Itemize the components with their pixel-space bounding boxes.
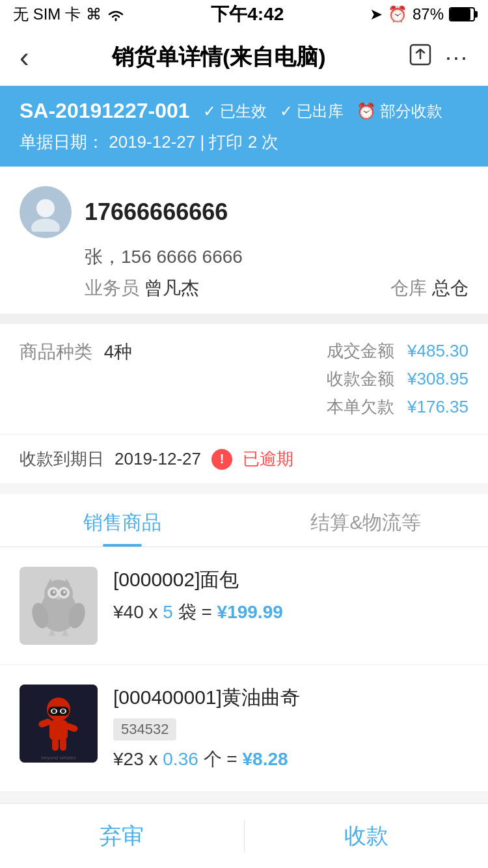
alarm-icon: ⏰: [388, 5, 407, 23]
nav-bar: ‹ 销货单详情(来自电脑) ···: [0, 29, 488, 86]
product-total-2: ¥8.28: [242, 749, 288, 769]
nav-left: ‹: [20, 41, 29, 74]
warehouse-label: 仓库: [390, 276, 427, 301]
bottom-bar: 弃审 收款: [0, 803, 488, 868]
received-value: ¥308.95: [407, 369, 468, 389]
product-info-1: [0000002]面包 ¥40 x 5 袋 = ¥199.99: [113, 567, 468, 625]
date-label: 单据日期：: [20, 132, 104, 152]
product-thumbnail-2: beyond whales: [20, 685, 98, 763]
svg-text:beyond whales: beyond whales: [41, 755, 75, 761]
product-qty-1: 5: [163, 602, 173, 622]
deal-amount-row: 成交金额 ¥485.30: [327, 340, 468, 362]
svg-point-10: [63, 591, 66, 593]
kind-value: 4种: [104, 342, 133, 362]
deal-amount-label: 成交金额: [327, 340, 394, 362]
products-section: 兽+ [0000002]面包 ¥40 x 5 袋 = ¥199.99: [0, 547, 488, 792]
page-title: 销货单详情(来自电脑): [112, 42, 326, 72]
product-price-1: ¥40 x 5 袋 = ¥199.99: [113, 600, 468, 625]
owed-row: 本单欠款 ¥176.35: [327, 396, 468, 418]
status-partial: ⏰ 部分收款: [357, 101, 442, 122]
list-item: beyond whales [000400001]黄油曲奇 534532 ¥23…: [0, 665, 488, 792]
deal-amount-value: ¥485.30: [407, 341, 468, 361]
more-icon[interactable]: ···: [445, 44, 468, 71]
check-icon-shipped: ✓: [280, 102, 293, 120]
svg-point-9: [53, 591, 55, 593]
product-info-2: [000400001]黄油曲奇 534532 ¥23 x 0.36 个 = ¥8…: [113, 685, 468, 772]
avatar: [20, 186, 72, 238]
location-icon: ➤: [370, 5, 383, 23]
kind-label: 商品种类: [20, 342, 92, 362]
svg-point-22: [52, 709, 56, 713]
product-price-2: ¥23 x 0.36 个 = ¥8.28: [113, 747, 468, 772]
clock-icon: ⏰: [357, 102, 376, 120]
svg-rect-24: [49, 720, 68, 740]
due-date: 2019-12-27: [115, 449, 201, 469]
sim-status: 无 SIM 卡: [13, 4, 81, 25]
status-shipped: ✓ 已出库: [280, 101, 344, 122]
product-name-1: [0000002]面包: [113, 567, 468, 593]
status-bar-right: ➤ ⏰ 87%: [370, 5, 475, 23]
svg-point-2: [31, 219, 60, 232]
summary-section: 商品种类 4种 成交金额 ¥485.30 收款金额 ¥308.95 本单欠款 ¥…: [0, 324, 488, 434]
status-bar-time: 下午4:42: [211, 2, 284, 27]
warehouse-name: 总仓: [432, 276, 468, 301]
status-bar-left: 无 SIM 卡 ⌘: [13, 4, 126, 25]
received-row: 收款金额 ¥308.95: [327, 368, 468, 390]
product-unit-1: 袋: [178, 602, 197, 622]
order-date: 2019-12-27: [109, 132, 195, 152]
received-label: 收款金额: [327, 368, 394, 390]
status-active: ✓ 已生效: [203, 101, 267, 122]
customer-section: 17666666666 张，156 6666 6666 业务员 曾凡杰 仓库 总…: [0, 167, 488, 314]
list-item: 兽+ [0000002]面包 ¥40 x 5 袋 = ¥199.99: [0, 547, 488, 665]
battery-icon: [449, 7, 475, 21]
summary-right: 成交金额 ¥485.30 收款金额 ¥308.95 本单欠款 ¥176.35: [327, 340, 468, 418]
product-qty-2: 0.36: [163, 749, 198, 769]
kind-row: 商品种类 4种: [20, 340, 132, 364]
summary-left: 商品种类 4种: [20, 340, 132, 368]
abandon-button[interactable]: 弃审: [0, 808, 244, 864]
price-base-2: ¥23: [113, 749, 144, 769]
divider-1: [0, 314, 488, 324]
status-bar: 无 SIM 卡 ⌘ 下午4:42 ➤ ⏰ 87%: [0, 0, 488, 29]
overdue-icon: !: [211, 449, 232, 470]
owed-label: 本单欠款: [327, 396, 394, 418]
price-base-1: ¥40: [113, 602, 144, 622]
print-info: | 打印 2 次: [200, 132, 278, 152]
back-button[interactable]: ‹: [20, 41, 29, 74]
due-section: 收款到期日 2019-12-27 ! 已逾期: [0, 434, 488, 483]
tab-settlement[interactable]: 结算&物流等: [244, 494, 488, 547]
wifi-icon: ⌘: [86, 5, 126, 23]
product-sku-2: 534532: [113, 718, 176, 740]
nav-right: ···: [409, 43, 468, 72]
customer-phone: 17666666666: [85, 198, 228, 226]
customer-meta: 业务员 曾凡杰 仓库 总仓: [85, 276, 468, 301]
overdue-text: 已逾期: [243, 448, 293, 470]
product-unit-2: 个: [204, 749, 222, 769]
tabs-container: 销售商品 结算&物流等: [0, 494, 488, 547]
tab-sales-products[interactable]: 销售商品: [0, 494, 244, 547]
svg-point-23: [61, 709, 65, 713]
product-total-1: ¥199.99: [217, 602, 283, 622]
battery-level: 87%: [413, 5, 444, 23]
check-icon-active: ✓: [203, 102, 216, 120]
sales-label: 业务员: [85, 276, 139, 301]
svg-rect-28: [60, 738, 66, 751]
header-date-row: 单据日期： 2019-12-27 | 打印 2 次: [20, 131, 468, 154]
due-label: 收款到期日: [20, 448, 104, 470]
collect-payment-button[interactable]: 收款: [245, 808, 489, 864]
svg-rect-27: [52, 738, 59, 751]
product-thumbnail-1: 兽+: [20, 567, 98, 645]
product-name-2: [000400001]黄油曲奇: [113, 685, 468, 711]
share-icon[interactable]: [409, 43, 432, 72]
owed-value: ¥176.35: [407, 397, 468, 417]
customer-name: 张，156 6666 6666: [85, 245, 468, 269]
sales-name: 曾凡杰: [144, 276, 199, 301]
header-band: SA-20191227-001 ✓ 已生效 ✓ 已出库 ⏰ 部分收款 单据日期：…: [0, 86, 488, 167]
svg-point-1: [36, 199, 55, 217]
order-id: SA-20191227-001: [20, 99, 190, 123]
svg-text:兽+: 兽+: [53, 638, 64, 638]
